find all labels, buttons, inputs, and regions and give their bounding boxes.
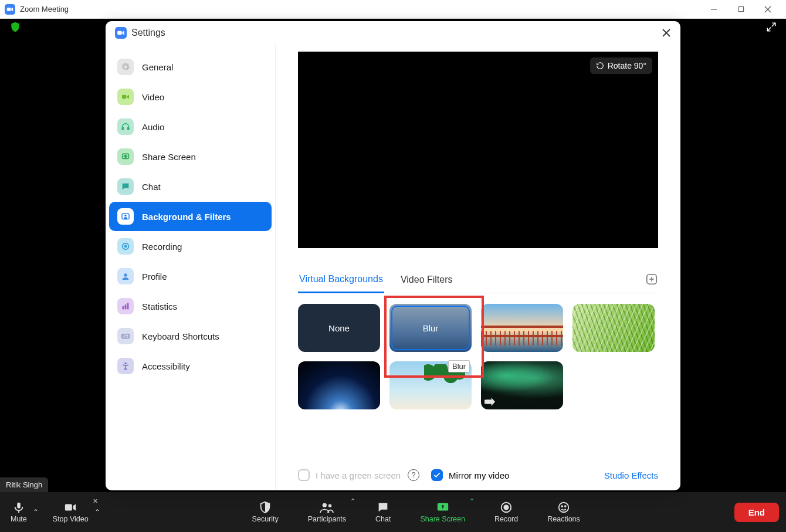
mute-button[interactable]: Mute: [7, 499, 31, 526]
sidebar-item-keyboard-shortcuts[interactable]: Keyboard Shortcuts: [109, 321, 272, 351]
svg-rect-19: [122, 95, 126, 99]
svg-rect-1: [7, 8, 11, 11]
rotate-label: Rotate 90°: [608, 61, 646, 70]
headphones-icon: [117, 118, 134, 135]
tab-video-filters[interactable]: Video Filters: [399, 269, 454, 292]
window-titlebar: Zoom Meeting: [0, 0, 786, 19]
record-label: Record: [494, 515, 518, 523]
green-screen-info-icon[interactable]: ?: [408, 469, 419, 481]
svg-rect-20: [122, 127, 124, 130]
background-icon: [117, 208, 134, 225]
sidebar-item-statistics[interactable]: Statistics: [109, 292, 272, 321]
sidebar-item-recording[interactable]: Recording: [109, 232, 272, 261]
meeting-toolbar: Mute ⌃ ✕ Stop Video ⌃ Security ⌃ Partici…: [0, 492, 786, 532]
sidebar-item-audio[interactable]: Audio: [109, 112, 272, 141]
accessibility-icon: [117, 358, 134, 374]
sidebar-item-label: Statistics: [142, 301, 177, 311]
svg-point-7: [323, 503, 327, 507]
window-minimize-button[interactable]: [700, 0, 727, 19]
svg-point-26: [124, 245, 127, 248]
window-maximize-button[interactable]: [727, 0, 754, 19]
sidebar-item-label: Accessibility: [142, 361, 190, 371]
bg-blur-label: Blur: [423, 323, 439, 333]
enter-fullscreen-icon[interactable]: [766, 22, 777, 35]
svg-point-11: [504, 505, 508, 509]
svg-point-27: [124, 273, 127, 276]
svg-rect-21: [127, 127, 129, 130]
green-screen-checkbox[interactable]: [298, 469, 310, 481]
participants-button[interactable]: ⌃ Participants: [304, 499, 350, 526]
record-button[interactable]: Record: [491, 499, 521, 526]
add-background-button[interactable]: [645, 273, 658, 288]
background-option-none[interactable]: None: [298, 304, 380, 352]
end-meeting-button[interactable]: End: [734, 503, 779, 522]
stop-video-button[interactable]: ✕ Stop Video: [49, 499, 92, 526]
green-screen-label: I have a green screen: [316, 470, 401, 480]
rotate-90-button[interactable]: Rotate 90°: [590, 57, 652, 74]
stop-video-label: Stop Video: [53, 515, 89, 523]
svg-rect-3: [738, 6, 743, 11]
sidebar-item-label: Recording: [142, 242, 182, 252]
video-close-mini-icon: ✕: [93, 497, 98, 505]
reactions-button[interactable]: Reactions: [544, 499, 584, 526]
svg-rect-31: [122, 334, 129, 338]
background-option-earth[interactable]: [298, 361, 380, 409]
participants-label: Participants: [308, 515, 346, 523]
svg-point-14: [565, 506, 566, 507]
sidebar-item-label: Audio: [142, 122, 164, 132]
mute-label: Mute: [11, 515, 27, 523]
bg-none-label: None: [328, 323, 350, 333]
participants-caret-icon[interactable]: ⌃: [350, 497, 355, 505]
gear-icon: [117, 59, 134, 75]
svg-rect-28: [123, 306, 124, 309]
background-option-aurora[interactable]: [481, 361, 563, 409]
sidebar-item-video[interactable]: Video: [109, 82, 272, 111]
sidebar-item-label: Share Screen: [142, 152, 196, 162]
settings-title: Settings: [131, 28, 165, 38]
mirror-video-checkbox[interactable]: [431, 469, 443, 481]
svg-rect-29: [125, 304, 127, 309]
sidebar-item-profile[interactable]: Profile: [109, 262, 272, 291]
sidebar-item-label: Background & Filters: [142, 212, 231, 222]
sidebar-item-accessibility[interactable]: Accessibility: [109, 351, 272, 381]
sidebar-item-background-filters[interactable]: Background & Filters: [109, 202, 272, 231]
sidebar-item-label: Video: [142, 92, 164, 102]
tab-virtual-backgrounds[interactable]: Virtual Backgrounds: [298, 268, 384, 293]
video-icon: [485, 398, 495, 406]
mirror-video-label: Mirror my video: [449, 470, 509, 480]
sidebar-item-share-screen[interactable]: Share Screen: [109, 142, 272, 171]
zoom-logo-icon: [115, 27, 127, 39]
svg-point-32: [124, 362, 126, 364]
video-options-caret-icon[interactable]: ⌃: [92, 508, 103, 516]
background-option-bridge[interactable]: [481, 304, 563, 352]
settings-modal: Settings General Video Audio Share Scree…: [106, 21, 680, 490]
svg-rect-16: [117, 31, 122, 35]
security-label: Security: [252, 515, 279, 523]
share-screen-button[interactable]: ⌃ Share Screen: [416, 499, 468, 526]
settings-sidebar: General Video Audio Share Screen Chat Ba…: [106, 45, 276, 490]
rotate-icon: [596, 62, 604, 70]
share-screen-caret-icon[interactable]: ⌃: [469, 497, 475, 505]
zoom-logo-icon: [5, 4, 15, 15]
window-close-button[interactable]: [754, 0, 781, 19]
settings-close-button[interactable]: [662, 28, 671, 38]
participant-name-badge: Ritik Singh: [0, 477, 48, 492]
sidebar-item-general[interactable]: General: [109, 52, 272, 82]
chat-icon: [117, 178, 134, 195]
studio-effects-link[interactable]: Studio Effects: [604, 470, 658, 480]
security-button[interactable]: Security: [249, 499, 282, 526]
video-icon: [117, 89, 134, 105]
background-option-grass[interactable]: [572, 304, 655, 352]
profile-icon: [117, 268, 134, 284]
encryption-shield-icon[interactable]: [9, 21, 21, 35]
background-option-blur[interactable]: Blur: [389, 304, 472, 352]
share-icon: [117, 148, 134, 165]
chat-label: Chat: [375, 515, 391, 523]
sidebar-item-chat[interactable]: Chat: [109, 172, 272, 201]
chat-button[interactable]: Chat: [372, 499, 394, 526]
svg-point-13: [561, 506, 563, 507]
mute-options-caret-icon[interactable]: ⌃: [31, 508, 41, 516]
sidebar-item-label: Keyboard Shortcuts: [142, 331, 219, 341]
sidebar-item-label: General: [142, 62, 173, 72]
stats-icon: [117, 298, 134, 314]
